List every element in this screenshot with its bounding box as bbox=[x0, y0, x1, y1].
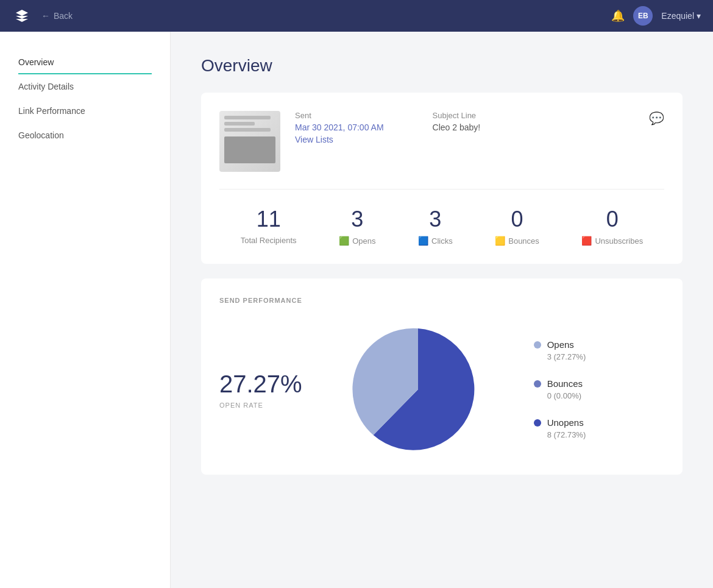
stat-opens: 3 🟩 Opens bbox=[339, 207, 375, 246]
sidebar-item-label: Geolocation bbox=[18, 130, 64, 140]
stat-label-text: Total Recipients bbox=[241, 236, 297, 245]
header-left: ← Back bbox=[12, 6, 73, 26]
legend-item-bounces: Bounces 0 (0.00%) bbox=[534, 378, 586, 400]
legend-value-opens: 3 (27.27%) bbox=[534, 352, 586, 361]
legend-value-unopens: 8 (72.73%) bbox=[534, 430, 586, 439]
stat-label-text: Unsubscribes bbox=[595, 236, 643, 246]
pie-chart-wrapper bbox=[351, 322, 485, 456]
stat-label: 🟩 Opens bbox=[339, 236, 375, 246]
sidebar-item-activity-details[interactable]: Activity Details bbox=[0, 74, 170, 99]
user-menu[interactable]: Ezequiel ▾ bbox=[661, 11, 701, 21]
sidebar: Overview Activity Details Link Performan… bbox=[0, 32, 171, 588]
sidebar-item-link-performance[interactable]: Link Performance bbox=[0, 99, 170, 123]
back-arrow-icon: ← bbox=[41, 11, 50, 21]
sent-value: Mar 30 2021, 07:00 AM bbox=[295, 122, 384, 132]
stat-label-text: Clicks bbox=[431, 236, 453, 246]
stat-number: 3 bbox=[418, 207, 453, 232]
stat-number: 0 bbox=[581, 207, 643, 232]
header-right: 🔔 EB Ezequiel ▾ bbox=[611, 6, 701, 26]
campaign-thumbnail bbox=[219, 111, 280, 172]
view-lists-link[interactable]: View Lists bbox=[295, 135, 384, 144]
stat-label: Total Recipients bbox=[241, 236, 297, 245]
campaign-meta: Sent Mar 30 2021, 07:00 AM View Lists Su… bbox=[295, 111, 634, 152]
legend-dot-unopens bbox=[534, 419, 541, 427]
chevron-down-icon: ▾ bbox=[697, 11, 701, 21]
performance-card: SEND PERFORMANCE 27.27% OPEN RATE bbox=[201, 278, 683, 475]
page-title: Overview bbox=[201, 56, 683, 76]
back-label: Back bbox=[54, 11, 73, 21]
unsubscribes-icon: 🟥 bbox=[581, 236, 592, 246]
performance-content: 27.27% OPEN RATE bbox=[219, 322, 664, 456]
clicks-icon: 🟦 bbox=[418, 236, 428, 246]
notification-icon[interactable]: 🔔 bbox=[611, 9, 625, 23]
main-content: Overview Sent Mar 30 2021, 07 bbox=[171, 32, 713, 588]
sent-section: Sent Mar 30 2021, 07:00 AM View Lists bbox=[295, 111, 384, 144]
open-rate-value: 27.27% bbox=[219, 370, 302, 398]
legend-item-opens: Opens 3 (27.27%) bbox=[534, 339, 586, 361]
legend-name-unopens: Unopens bbox=[547, 417, 584, 428]
sidebar-item-geolocation[interactable]: Geolocation bbox=[0, 123, 170, 147]
legend-name-bounces: Bounces bbox=[547, 378, 583, 389]
subject-label: Subject Line bbox=[433, 111, 481, 120]
meta-row: Sent Mar 30 2021, 07:00 AM View Lists Su… bbox=[295, 111, 634, 144]
sidebar-item-label: Overview bbox=[18, 57, 54, 67]
stat-clicks: 3 🟦 Clicks bbox=[418, 207, 453, 246]
stats-row: 11 Total Recipients 3 🟩 Opens 3 🟦 bbox=[219, 190, 664, 246]
chart-legend: Opens 3 (27.27%) Bounces 0 (0.00%) bbox=[534, 339, 586, 439]
opens-icon: 🟩 bbox=[339, 236, 349, 246]
stat-total-recipients: 11 Total Recipients bbox=[241, 207, 297, 246]
performance-title: SEND PERFORMANCE bbox=[219, 297, 664, 304]
open-rate-label: OPEN RATE bbox=[219, 402, 302, 409]
stat-label: 🟦 Clicks bbox=[418, 236, 453, 246]
stat-label-text: Opens bbox=[352, 236, 375, 246]
open-rate-section: 27.27% OPEN RATE bbox=[219, 370, 302, 409]
stat-bounces: 0 🟨 Bounces bbox=[495, 207, 539, 246]
comment-icon[interactable]: 💬 bbox=[649, 111, 664, 126]
legend-dot-opens bbox=[534, 341, 541, 349]
sent-label: Sent bbox=[295, 111, 384, 120]
stat-label: 🟥 Unsubscribes bbox=[581, 236, 643, 246]
campaign-card: Sent Mar 30 2021, 07:00 AM View Lists Su… bbox=[201, 93, 683, 264]
stat-unsubscribes: 0 🟥 Unsubscribes bbox=[581, 207, 643, 246]
campaign-info: Sent Mar 30 2021, 07:00 AM View Lists Su… bbox=[219, 111, 664, 190]
stat-number: 3 bbox=[339, 207, 375, 232]
sidebar-item-label: Activity Details bbox=[18, 82, 74, 91]
back-button[interactable]: ← Back bbox=[41, 11, 73, 21]
sidebar-item-overview[interactable]: Overview bbox=[0, 50, 170, 74]
subject-value: Cleo 2 baby! bbox=[433, 122, 481, 132]
subject-section: Subject Line Cleo 2 baby! bbox=[433, 111, 481, 144]
stat-label-text: Bounces bbox=[508, 236, 539, 246]
bounces-icon: 🟨 bbox=[495, 236, 505, 246]
sidebar-item-label: Link Performance bbox=[18, 106, 85, 116]
avatar: EB bbox=[633, 6, 653, 26]
legend-item-unopens: Unopens 8 (72.73%) bbox=[534, 417, 586, 439]
user-name-label: Ezequiel bbox=[661, 11, 694, 21]
layout: Overview Activity Details Link Performan… bbox=[0, 32, 713, 588]
stat-number: 0 bbox=[495, 207, 539, 232]
legend-name-opens: Opens bbox=[547, 339, 574, 350]
legend-dot-bounces bbox=[534, 380, 541, 388]
stat-number: 11 bbox=[241, 207, 297, 232]
header: ← Back 🔔 EB Ezequiel ▾ bbox=[0, 0, 713, 32]
pie-chart bbox=[351, 322, 485, 456]
legend-value-bounces: 0 (0.00%) bbox=[534, 391, 586, 400]
stat-label: 🟨 Bounces bbox=[495, 236, 539, 246]
sidebar-nav: Overview Activity Details Link Performan… bbox=[0, 50, 170, 147]
logo bbox=[12, 6, 32, 26]
